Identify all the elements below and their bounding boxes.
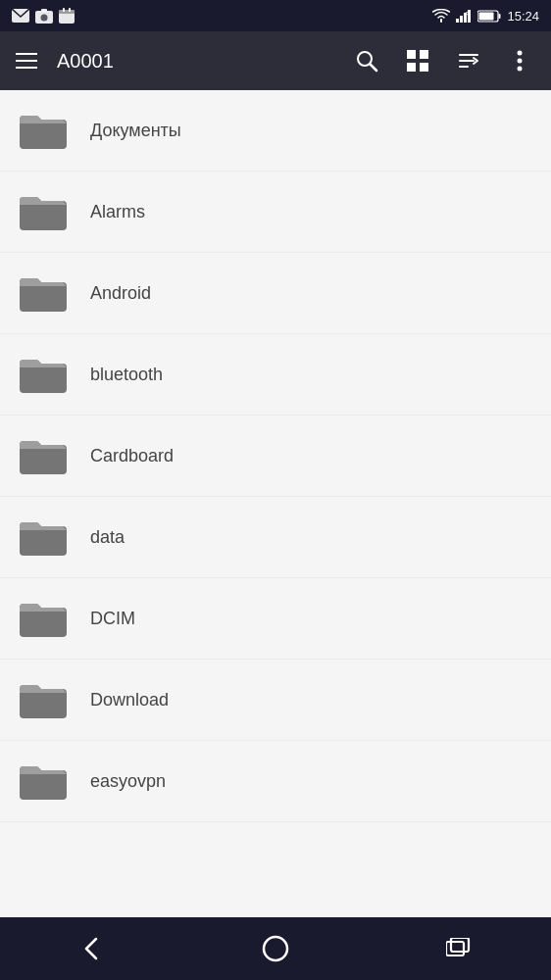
- signal-icon: R: [456, 9, 472, 23]
- list-item[interactable]: data: [0, 497, 551, 578]
- svg-rect-14: [499, 14, 501, 19]
- folder-icon: [20, 193, 67, 230]
- home-circle-icon: [262, 935, 289, 962]
- svg-rect-9: [460, 16, 463, 23]
- folder-icon: [20, 112, 67, 149]
- file-name: DCIM: [90, 609, 135, 629]
- file-name: Alarms: [90, 202, 145, 222]
- svg-rect-20: [407, 63, 416, 72]
- svg-rect-29: [446, 942, 464, 956]
- svg-rect-5: [59, 10, 75, 14]
- search-icon: [355, 49, 378, 73]
- list-item[interactable]: Download: [0, 660, 551, 741]
- time-display: 15:24: [507, 9, 539, 24]
- list-item[interactable]: Alarms: [0, 172, 551, 253]
- app-bar-actions: [351, 45, 535, 76]
- more-options-button[interactable]: [504, 45, 535, 76]
- list-item[interactable]: DCIM: [0, 578, 551, 660]
- search-button[interactable]: [351, 45, 382, 76]
- menu-button[interactable]: [16, 53, 37, 69]
- svg-point-27: [518, 67, 523, 72]
- svg-rect-15: [479, 12, 494, 20]
- svg-point-28: [264, 937, 287, 960]
- folder-icon: [20, 762, 67, 800]
- email-icon: [12, 9, 29, 23]
- list-item[interactable]: Cardboard: [0, 416, 551, 497]
- notification-icons: [12, 8, 75, 24]
- sort-icon: [458, 50, 479, 72]
- svg-rect-8: [456, 19, 459, 23]
- home-button[interactable]: [252, 925, 299, 972]
- file-name: Android: [90, 283, 151, 304]
- svg-rect-21: [420, 63, 428, 72]
- svg-rect-19: [420, 50, 428, 59]
- svg-rect-7: [69, 8, 71, 12]
- svg-text:R: R: [466, 11, 470, 17]
- more-vertical-icon: [517, 49, 523, 73]
- app-bar: A0001: [0, 31, 551, 90]
- back-button[interactable]: [69, 925, 116, 972]
- file-name: Документы: [90, 121, 181, 141]
- app-bar-title: A0001: [57, 50, 331, 73]
- recent-apps-icon: [446, 938, 472, 959]
- svg-point-25: [518, 51, 523, 56]
- file-name: bluetooth: [90, 365, 163, 385]
- file-name: Cardboard: [90, 446, 174, 466]
- recent-apps-button[interactable]: [435, 925, 482, 972]
- folder-icon: [20, 356, 67, 393]
- svg-rect-3: [41, 9, 47, 12]
- status-bar-right: R 15:24: [432, 9, 539, 24]
- svg-rect-18: [407, 50, 416, 59]
- list-item[interactable]: Android: [0, 253, 551, 334]
- svg-point-2: [41, 14, 48, 21]
- calendar-icon: [59, 8, 75, 24]
- list-item[interactable]: Документы: [0, 90, 551, 172]
- svg-rect-30: [451, 938, 469, 952]
- list-item[interactable]: easyovpn: [0, 741, 551, 822]
- file-name: Download: [90, 690, 169, 710]
- file-list: ДокументыAlarmsAndroidbluetoothCardboard…: [0, 90, 551, 917]
- svg-rect-6: [63, 8, 65, 12]
- folder-icon: [20, 681, 67, 718]
- navigation-bar: [0, 917, 551, 980]
- folder-icon: [20, 518, 67, 556]
- folder-icon: [20, 437, 67, 474]
- wifi-icon: [432, 9, 450, 23]
- list-item[interactable]: bluetooth: [0, 334, 551, 416]
- file-name: data: [90, 527, 125, 548]
- grid-view-button[interactable]: [402, 45, 433, 76]
- photo-icon: [35, 9, 53, 24]
- sort-button[interactable]: [453, 45, 484, 76]
- status-bar: R 15:24: [0, 0, 551, 31]
- grid-icon: [407, 50, 428, 72]
- svg-point-26: [518, 59, 523, 64]
- file-name: easyovpn: [90, 771, 166, 792]
- svg-line-17: [371, 65, 377, 72]
- battery-icon: [477, 10, 501, 23]
- folder-icon: [20, 274, 67, 312]
- back-icon: [78, 935, 106, 962]
- folder-icon: [20, 600, 67, 637]
